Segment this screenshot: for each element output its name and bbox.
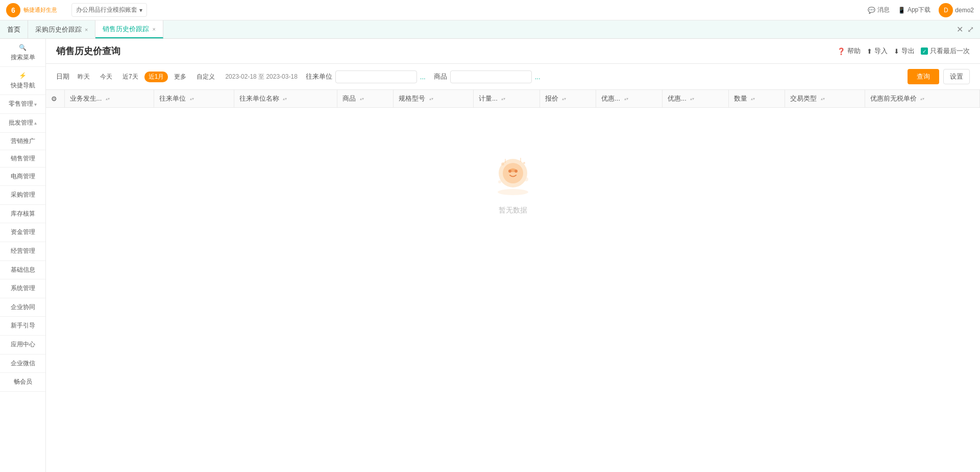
product-dots[interactable]: ...	[535, 73, 541, 81]
svg-point-0	[498, 189, 528, 195]
th-spec[interactable]: 规格型号 ▴▾	[394, 90, 473, 108]
help-icon: ❓	[837, 48, 845, 55]
sales-mgmt-label: 销售管理	[11, 155, 35, 162]
sort-icons-unit: ▴▾	[501, 97, 505, 101]
only-last-label: 只看最后一次	[930, 46, 970, 56]
user-area[interactable]: D demo2	[939, 3, 974, 17]
quick-nav-icon: ⚡	[19, 72, 27, 80]
settings-button[interactable]: 设置	[943, 69, 970, 84]
help-btn[interactable]: ❓ 帮助	[837, 46, 861, 56]
only-last-checkbox[interactable]: ✓ 只看最后一次	[921, 46, 970, 56]
content-area: 销售历史价查询 ❓ 帮助 ⬆ 导入 ⬇ 导出 ✓	[46, 39, 980, 472]
sidebar-item-guide[interactable]: 新手引导	[0, 317, 45, 336]
th-unit[interactable]: 计量... ▴▾	[473, 90, 540, 108]
th-product[interactable]: 商品 ▴▾	[337, 90, 394, 108]
date-option-yesterday[interactable]: 昨天	[74, 72, 94, 82]
th-partner-code[interactable]: 往来单位 ▴▾	[154, 90, 234, 108]
sidebar-item-inventory[interactable]: 库存核算	[0, 205, 45, 224]
close-window-icon[interactable]: ✕	[957, 25, 963, 34]
app-download-btn[interactable]: 📱 App下载	[898, 6, 930, 14]
svg-point-4	[514, 170, 518, 173]
th-discount2[interactable]: 优惠... ▴▾	[662, 90, 728, 108]
app-center-label: 应用中心	[11, 341, 35, 349]
ops-mgmt-label: 经营管理	[11, 247, 35, 255]
sidebar-item-vip[interactable]: 畅会员	[0, 373, 45, 392]
tab-purchase-history-label: 采购历史价跟踪	[35, 25, 82, 34]
th-quote[interactable]: 报价 ▴▾	[540, 90, 596, 108]
th-discount1-label: 优惠...	[601, 95, 620, 102]
sort-icons-trade-type: ▴▾	[821, 97, 825, 101]
logo-text: 畅捷通好生意	[23, 7, 57, 13]
fullscreen-icon[interactable]: ⤢	[967, 25, 974, 34]
tab-sales-close-icon[interactable]: ×	[152, 26, 155, 32]
date-option-custom[interactable]: 自定义	[192, 72, 219, 82]
tab-sales-history-label: 销售历史价跟踪	[103, 25, 149, 34]
partner-dots[interactable]: ...	[420, 73, 426, 81]
th-quantity[interactable]: 数量 ▴▾	[728, 90, 785, 108]
filter-actions: 查询 设置	[908, 69, 970, 84]
logo-icon: 6	[6, 3, 20, 17]
sidebar-item-purchase-mgmt[interactable]: 采购管理	[0, 186, 45, 205]
th-biz-date-label: 业务发生...	[70, 95, 102, 102]
date-option-more[interactable]: 更多	[170, 72, 190, 82]
header-left: 6 畅捷通好生意 办公用品行业模拟账套 ▾	[6, 3, 147, 17]
partner-input[interactable]	[335, 70, 417, 83]
sidebar-item-sales-mgmt[interactable]: 销售管理	[0, 150, 45, 168]
query-button[interactable]: 查询	[908, 69, 939, 84]
sidebar-item-ecom-mgmt[interactable]: 电商管理	[0, 168, 45, 186]
enterprise-label: 企业协同	[11, 303, 35, 312]
th-product-label: 商品	[342, 95, 356, 102]
page-header: 销售历史价查询 ❓ 帮助 ⬆ 导入 ⬇ 导出 ✓	[46, 39, 980, 64]
import-btn[interactable]: ⬆ 导入	[867, 46, 888, 56]
retail-mgmt-chevron-icon: ▾	[34, 101, 37, 108]
th-pre-discount-price[interactable]: 优惠前无税单价 ▴▾	[865, 90, 979, 108]
date-option-today[interactable]: 今天	[96, 72, 116, 82]
sidebar-item-retail-mgmt[interactable]: 零售管理 ▾	[0, 95, 45, 114]
data-table: ⚙ 业务发生... ▴▾ 往来单位 ▴▾ 往来单位名称 ▴▾	[46, 90, 980, 108]
logo-area: 6 畅捷通好生意	[6, 3, 57, 17]
sort-icons-discount2: ▴▾	[690, 97, 694, 101]
message-btn[interactable]: 💬 消息	[868, 6, 890, 14]
th-partner-code-label: 往来单位	[159, 95, 186, 102]
sidebar-item-ops-mgmt[interactable]: 经营管理	[0, 242, 45, 261]
export-btn[interactable]: ⬇ 导出	[894, 46, 915, 56]
tab-purchase-close-icon[interactable]: ×	[85, 27, 88, 33]
th-discount1[interactable]: 优惠... ▴▾	[596, 90, 663, 108]
sidebar-item-quick-nav[interactable]: ⚡ 快捷导航	[0, 67, 45, 95]
th-partner-name[interactable]: 往来单位名称 ▴▾	[234, 90, 337, 108]
sidebar-item-basic-info[interactable]: 基础信息	[0, 261, 45, 280]
svg-point-2	[503, 163, 523, 183]
date-option-1month[interactable]: 近1月	[144, 72, 168, 82]
th-quantity-label: 数量	[734, 95, 747, 102]
sidebar-item-enterprise[interactable]: 企业协同	[0, 298, 45, 317]
sidebar-item-marketing[interactable]: 营销推广	[0, 133, 45, 150]
sidebar-item-search-menu[interactable]: 🔍 搜索菜单	[0, 39, 45, 67]
sidebar-item-system-mgmt[interactable]: 系统管理	[0, 279, 45, 298]
svg-point-6	[523, 162, 525, 164]
sidebar-item-wholesale-mgmt[interactable]: 批发管理 ▴	[0, 114, 45, 133]
page-title: 销售历史价查询	[56, 45, 120, 57]
tab-home[interactable]: 首页	[0, 20, 28, 38]
sidebar-item-finance-mgmt[interactable]: 资金管理	[0, 223, 45, 242]
tab-purchase-history[interactable]: 采购历史价跟踪 ×	[28, 20, 95, 38]
vip-label: 畅会员	[14, 378, 32, 386]
th-trade-type[interactable]: 交易类型 ▴▾	[785, 90, 865, 108]
wholesale-mgmt-label: 批发管理	[9, 119, 33, 127]
tab-sales-history[interactable]: 销售历史价跟踪 ×	[95, 20, 163, 38]
export-icon: ⬇	[894, 48, 899, 55]
product-input[interactable]	[450, 70, 532, 83]
svg-point-3	[508, 170, 511, 173]
sidebar-item-app-center[interactable]: 应用中心	[0, 336, 45, 355]
date-option-7days[interactable]: 近7天	[118, 72, 142, 82]
sort-icons-quantity: ▴▾	[751, 97, 755, 101]
search-menu-icon: 🔍	[19, 44, 27, 52]
finance-mgmt-label: 资金管理	[11, 228, 35, 237]
workspace-selector[interactable]: 办公用品行业模拟账套 ▾	[71, 3, 147, 17]
main-layout: 🔍 搜索菜单 ⚡ 快捷导航 零售管理 ▾ 批发管理 ▴ 营销推广 销售管理 电商…	[0, 39, 980, 472]
purchase-mgmt-label: 采购管理	[11, 191, 35, 199]
username: demo2	[955, 7, 974, 14]
table-settings-icon[interactable]: ⚙	[51, 95, 57, 103]
th-biz-date[interactable]: 业务发生... ▴▾	[64, 90, 154, 108]
page-actions: ❓ 帮助 ⬆ 导入 ⬇ 导出 ✓ 只看最后一次	[837, 46, 970, 56]
sidebar-item-enterprise-wechat[interactable]: 企业微信	[0, 355, 45, 373]
